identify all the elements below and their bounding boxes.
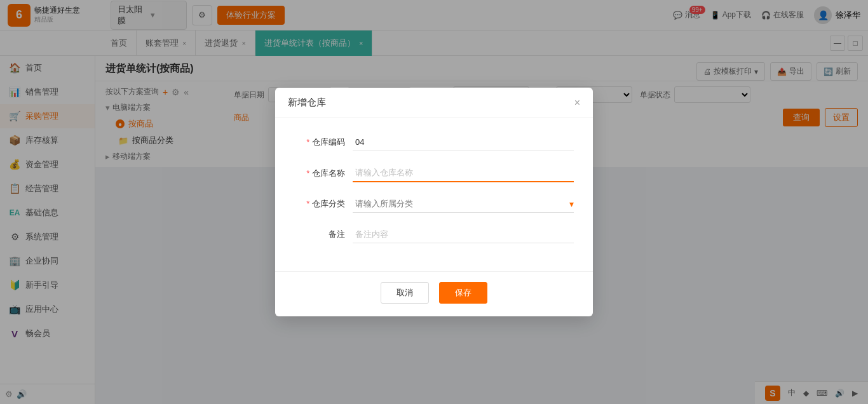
dialog-footer: 取消 保存 xyxy=(275,271,593,316)
category-select-row: ▾ xyxy=(353,195,574,213)
form-row-remark: 备注 xyxy=(294,226,574,243)
dialog-header: 新增仓库 × xyxy=(275,88,593,118)
warehouse-category-input[interactable] xyxy=(353,195,569,212)
dialog-title: 新增仓库 xyxy=(288,97,326,109)
category-field-label: 仓库分类 xyxy=(294,198,345,210)
dialog-close-button[interactable]: × xyxy=(574,98,580,108)
name-field-label: 仓库名称 xyxy=(294,168,345,179)
form-row-name: 仓库名称 xyxy=(294,164,574,182)
warehouse-code-input[interactable] xyxy=(353,133,574,151)
category-arrow-icon[interactable]: ▾ xyxy=(569,199,574,209)
form-row-code: 仓库编码 xyxy=(294,133,574,151)
warehouse-name-input[interactable] xyxy=(353,164,574,182)
cancel-button[interactable]: 取消 xyxy=(381,282,429,304)
dialog-body: 仓库编码 仓库名称 仓库分类 ▾ 备注 xyxy=(275,118,593,271)
form-row-category: 仓库分类 ▾ xyxy=(294,195,574,213)
code-field-label: 仓库编码 xyxy=(294,137,345,148)
save-button[interactable]: 保存 xyxy=(439,282,487,304)
warehouse-remark-input[interactable] xyxy=(353,226,574,243)
remark-field-label: 备注 xyxy=(294,229,345,240)
add-warehouse-dialog: 新增仓库 × 仓库编码 仓库名称 仓库分类 ▾ xyxy=(275,88,593,316)
modal-overlay: 新增仓库 × 仓库编码 仓库名称 仓库分类 ▾ xyxy=(0,0,868,404)
